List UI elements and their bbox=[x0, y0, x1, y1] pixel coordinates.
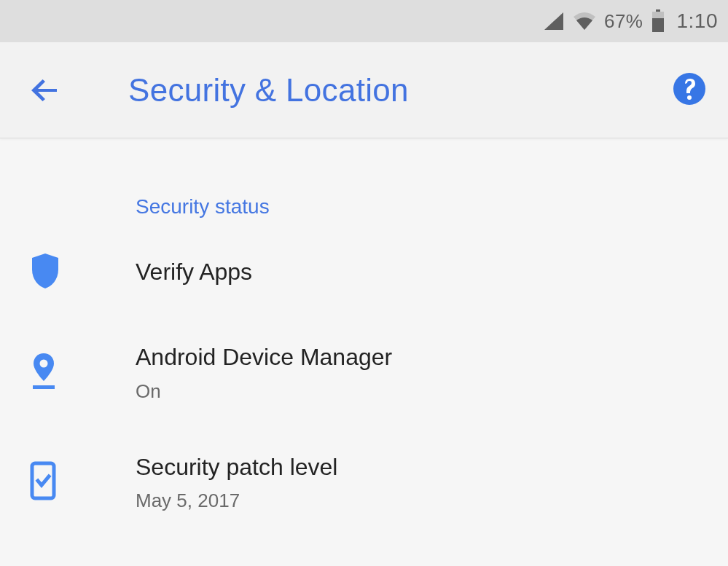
cell-signal-icon bbox=[543, 11, 565, 31]
settings-item-verify-apps[interactable]: Verify Apps bbox=[0, 227, 728, 318]
help-icon bbox=[673, 72, 706, 106]
svg-point-4 bbox=[687, 95, 692, 100]
svg-rect-0 bbox=[656, 9, 660, 12]
item-subtitle: May 5, 2017 bbox=[136, 490, 699, 512]
phone-check-icon bbox=[29, 460, 57, 504]
page-title: Security & Location bbox=[128, 72, 409, 109]
location-pin-icon bbox=[29, 350, 58, 394]
arrow-back-icon bbox=[29, 74, 61, 106]
help-button[interactable] bbox=[673, 72, 706, 109]
battery-percent: 67% bbox=[604, 10, 643, 33]
status-bar: 67% 1:10 bbox=[0, 0, 728, 42]
app-bar: Security & Location bbox=[0, 42, 728, 138]
item-subtitle: On bbox=[136, 380, 699, 403]
battery-icon bbox=[651, 9, 665, 33]
svg-rect-6 bbox=[33, 385, 55, 389]
svg-point-5 bbox=[40, 360, 48, 368]
section-header-security-status: Security status bbox=[0, 182, 728, 227]
item-title: Verify Apps bbox=[136, 257, 699, 288]
settings-item-device-manager[interactable]: Android Device Manager On bbox=[0, 318, 728, 428]
item-title: Android Device Manager bbox=[136, 342, 699, 373]
back-button[interactable] bbox=[29, 74, 70, 106]
item-title: Security patch level bbox=[136, 452, 699, 483]
shield-icon bbox=[29, 252, 61, 293]
settings-item-patch-level[interactable]: Security patch level May 5, 2017 bbox=[0, 428, 728, 538]
settings-list: Security status Verify Apps Androi bbox=[0, 138, 728, 537]
svg-rect-2 bbox=[652, 18, 664, 32]
clock: 1:10 bbox=[677, 9, 719, 33]
wifi-icon bbox=[572, 11, 597, 31]
